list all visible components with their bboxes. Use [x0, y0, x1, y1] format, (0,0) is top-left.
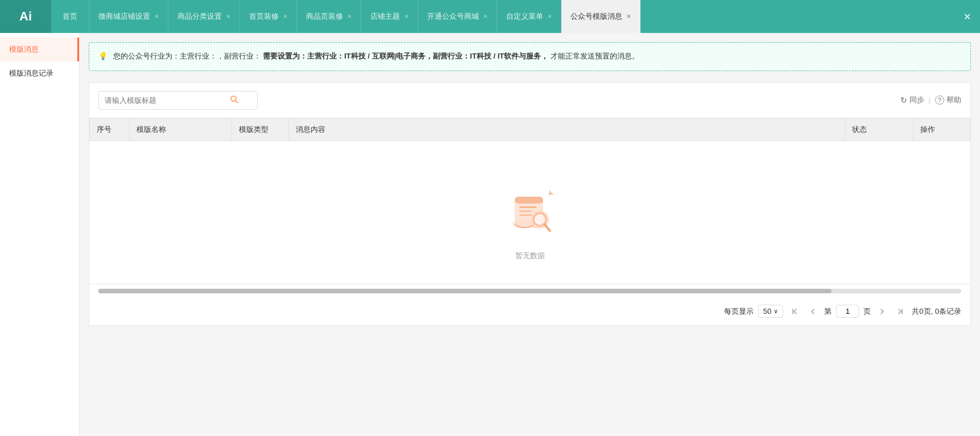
close-icon[interactable]: ×	[283, 13, 287, 20]
search-bar: ↻ 同步 | ? 帮助	[89, 83, 970, 118]
help-button[interactable]: ? 帮助	[935, 95, 961, 105]
sidebar-item-template-record[interactable]: 模版消息记录	[0, 61, 79, 85]
page-size-select[interactable]: 50 ∨	[758, 305, 783, 318]
col-status: 状态	[845, 118, 913, 140]
nav-tab-custom-menu[interactable]: 自定义菜单 ×	[497, 0, 561, 33]
content-area: 💡 您的公众号行业为：主营行业：，副营行业： 需要设置为：主营行业：IT科技 /…	[80, 33, 980, 436]
nav-tab-template-msg[interactable]: 公众号模版消息 ×	[561, 0, 640, 33]
nav-tab-store-theme[interactable]: 店铺主题 ×	[361, 0, 418, 33]
divider: |	[929, 96, 931, 105]
nav-tabs: 首页 微商城店铺设置 × 商品分类设置 × 首页装修 × 商品页装修 × 店铺主…	[51, 0, 954, 33]
search-input-wrap[interactable]	[98, 91, 258, 110]
empty-state: 暂无数据	[90, 141, 970, 284]
next-page-button[interactable]	[875, 305, 889, 318]
nav-tab-product-decor[interactable]: 商品页装修 ×	[297, 0, 361, 33]
close-icon[interactable]: ×	[483, 13, 487, 20]
page-number-input[interactable]	[836, 305, 859, 318]
close-icon[interactable]: ×	[548, 13, 552, 20]
empty-illustration	[493, 175, 567, 251]
close-icon[interactable]: ×	[348, 13, 352, 20]
page-size-label: 每页显示	[724, 306, 754, 317]
col-type: 模版类型	[232, 118, 289, 140]
close-icon[interactable]: ×	[226, 13, 230, 20]
page-unit-label: 页	[863, 306, 871, 317]
app-logo: Ai	[0, 0, 51, 33]
sidebar: 模版消息 模版消息记录	[0, 33, 80, 436]
chevron-down-icon: ∨	[774, 308, 778, 315]
nav-tab-homepage-decor[interactable]: 首页装修 ×	[240, 0, 297, 33]
svg-line-1	[235, 101, 238, 103]
col-content: 消息内容	[289, 118, 845, 140]
col-name: 模版名称	[130, 118, 232, 140]
table-header: 序号 模版名称 模版类型 消息内容 状态 操作	[90, 118, 970, 140]
notice-highlight: 需要设置为：主营行业：IT科技 / 互联网|电子商务，副营行业：IT科技 / I…	[263, 52, 548, 60]
col-seq: 序号	[90, 118, 130, 140]
svg-rect-6	[519, 210, 532, 212]
empty-text: 暂无数据	[515, 251, 545, 261]
total-info: 共0页, 0条记录	[912, 306, 961, 317]
svg-rect-5	[519, 206, 536, 208]
search-icon[interactable]	[230, 95, 239, 106]
pagination: 每页显示 50 ∨ 第 页	[89, 298, 970, 325]
last-page-button[interactable]	[894, 305, 907, 318]
close-icon[interactable]: ×	[155, 13, 159, 20]
svg-line-10	[544, 224, 550, 231]
top-nav: Ai 首页 微商城店铺设置 × 商品分类设置 × 首页装修 × 商品页装修 × …	[0, 0, 980, 33]
first-page-button[interactable]	[788, 305, 801, 318]
scroll-bar-area	[89, 284, 970, 298]
notice-box: 💡 您的公众号行业为：主营行业：，副营行业： 需要设置为：主营行业：IT科技 /…	[89, 42, 971, 71]
help-icon: ?	[935, 95, 944, 105]
main-panel: ↻ 同步 | ? 帮助 序号 模版名称 模版类型	[89, 82, 971, 326]
close-all-button[interactable]: ✕	[954, 11, 980, 22]
data-table: 序号 模版名称 模版类型 消息内容 状态 操作	[89, 118, 970, 284]
sync-icon: ↻	[900, 95, 907, 105]
nav-tab-shop-settings[interactable]: 微商城店铺设置 ×	[89, 0, 168, 33]
toolbar-right: ↻ 同步 | ? 帮助	[900, 95, 961, 105]
bulb-icon: 💡	[98, 52, 107, 60]
close-icon[interactable]: ×	[627, 13, 631, 20]
nav-tab-category-settings[interactable]: 商品分类设置 ×	[168, 0, 240, 33]
svg-rect-4	[515, 197, 543, 204]
scroll-thumb[interactable]	[98, 289, 832, 293]
table-body: 暂无数据	[90, 140, 970, 284]
main-layout: 模版消息 模版消息记录 💡 您的公众号行业为：主营行业：，副营行业： 需要设置为…	[0, 33, 980, 436]
sync-button[interactable]: ↻ 同步	[900, 95, 924, 105]
nav-tab-open-mall[interactable]: 开通公众号商城 ×	[418, 0, 497, 33]
prev-page-button[interactable]	[806, 305, 820, 318]
sidebar-item-template-msg[interactable]: 模版消息	[0, 38, 79, 61]
close-icon[interactable]: ×	[404, 13, 408, 20]
col-action: 操作	[913, 118, 970, 140]
nav-tab-home[interactable]: 首页	[51, 0, 89, 33]
search-input[interactable]	[105, 96, 230, 105]
page-di-label: 第	[824, 306, 832, 317]
scroll-track[interactable]	[98, 289, 961, 293]
